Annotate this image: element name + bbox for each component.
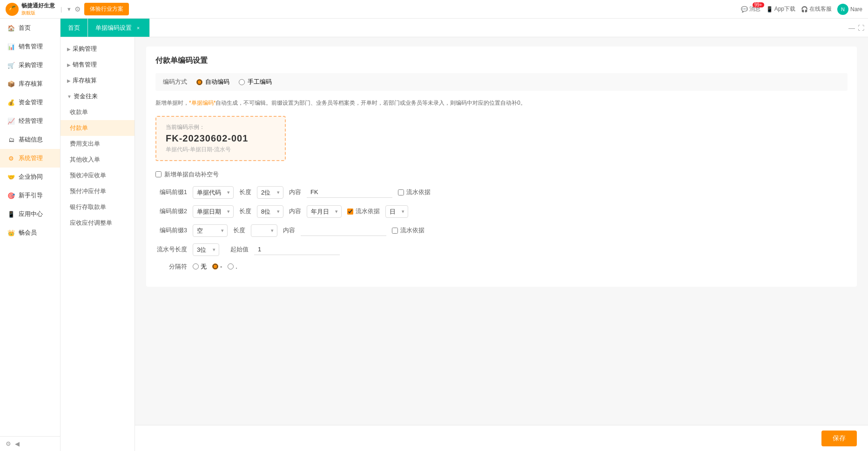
content1-input[interactable] — [307, 187, 392, 198]
sub-item-receipt[interactable]: 收款单 — [61, 104, 135, 120]
sub-item-bank[interactable]: 银行存取款单 — [61, 199, 135, 215]
sidebar-item-home[interactable]: 🏠 首页 — [0, 19, 60, 37]
message-area[interactable]: 💬 消息 99+ — [741, 5, 760, 13]
form-row-prefix3: 编码前缀3 空 部门 业务员 长度 — [155, 224, 848, 237]
sep-dot-radio[interactable]: . — [228, 263, 237, 270]
content-area: 首页 单据编码设置 × — ⛶ ▶ 采购管理 — [61, 19, 868, 451]
serial-len-select-input[interactable]: 3位 4位 5位 — [193, 243, 219, 256]
prefix1-select-input[interactable]: 单据代码 部门 业务员 — [193, 186, 234, 199]
sidebar-item-cooperation[interactable]: 🤝 企业协同 — [0, 168, 60, 186]
chevron-right-icon: ▶ — [67, 47, 71, 52]
inventory-icon: 📦 — [7, 80, 15, 88]
sidebar-item-basic[interactable]: 🗂 基础信息 — [0, 130, 60, 149]
serial3-checkbox[interactable]: 流水依据 — [392, 226, 424, 235]
length2-select-input[interactable]: 8位 4位 6位 — [257, 205, 283, 218]
sep-none-radio[interactable]: 无 — [193, 263, 207, 271]
sub-menu-inventory[interactable]: ▶ 库存核算 — [61, 73, 135, 88]
sub-menu-capital[interactable]: ▼ 资金往来 — [61, 88, 135, 104]
prefix3-label: 编码前缀3 — [155, 226, 187, 235]
save-button[interactable]: 保存 — [821, 431, 857, 446]
sub-group-inventory: ▶ 库存核算 — [61, 73, 135, 88]
tab-home[interactable]: 首页 — [61, 19, 88, 37]
collapse-icon[interactable]: ◀ — [15, 440, 20, 447]
logo-text: 畅捷通好生意 旗舰版 — [21, 2, 55, 16]
serial2-unit-select[interactable]: 日 月 年 — [385, 205, 408, 218]
sidebar-item-sales[interactable]: 📊 销售管理 — [0, 37, 60, 56]
prefix2-select[interactable]: 单据日期 部门 业务员 — [193, 205, 234, 218]
tab-code-settings-label: 单据编码设置 — [95, 24, 132, 32]
username: Nare — [850, 6, 862, 13]
length1-label: 长度 — [239, 188, 251, 196]
sub-menu-sales[interactable]: ▶ 销售管理 — [61, 57, 135, 73]
sub-item-other-income[interactable]: 其他收入单 — [61, 152, 135, 168]
serial-length-row: 流水号长度 3位 4位 5位 起始值 — [155, 243, 848, 256]
settings-gear-icon[interactable]: ⚙ — [6, 440, 11, 447]
manual-encode-radio[interactable]: 手工编码 — [239, 78, 272, 86]
auto-encode-radio[interactable]: 自动编码 — [196, 78, 229, 86]
length3-select[interactable]: 2位 4位 — [251, 224, 277, 237]
prefix1-select[interactable]: 单据代码 部门 业务员 — [193, 186, 234, 199]
page-title: 付款单编码设置 — [155, 56, 848, 66]
serial1-checkbox[interactable]: 流水依据 — [398, 188, 431, 196]
serial2-checkbox[interactable]: 流水依据 — [347, 207, 380, 215]
sub-item-expense[interactable]: 费用支出单 — [61, 136, 135, 152]
chevron-right-icon: ▶ — [67, 62, 71, 67]
sep-dash-radio[interactable]: - — [212, 263, 222, 270]
breadcrumb-arrow[interactable]: ▾ — [67, 6, 71, 13]
sub-item-prepay-recv[interactable]: 预收冲应收单 — [61, 168, 135, 183]
sidebar-item-inventory[interactable]: 📦 库存核算 — [0, 74, 60, 93]
content2-select[interactable]: 年月日 年月 年 — [307, 205, 342, 218]
prefix3-select-input[interactable]: 空 部门 业务员 — [193, 224, 228, 237]
tab-code-settings[interactable]: 单据编码设置 × — [88, 19, 150, 37]
sidebar-label-member: 畅会员 — [19, 229, 37, 237]
member-icon: 👑 — [7, 229, 15, 236]
sidebar-item-purchase[interactable]: 🛒 采购管理 — [0, 56, 60, 74]
sidebar-item-apps[interactable]: 📱 应用中心 — [0, 205, 60, 223]
auto-fill-checkbox[interactable] — [155, 171, 161, 177]
prefix2-select-input[interactable]: 单据日期 部门 业务员 — [193, 205, 234, 218]
serial1-checkbox-input[interactable] — [398, 189, 404, 195]
sep-options: 无 - . — [193, 263, 237, 271]
length3-select-input[interactable]: 2位 4位 — [251, 224, 277, 237]
start-val-input[interactable] — [254, 244, 340, 255]
apps-icon: 📱 — [7, 210, 15, 218]
serial3-checkbox-input[interactable] — [392, 228, 398, 234]
sub-menu-purchase[interactable]: ▶ 采购管理 — [61, 41, 135, 57]
encode-type-row: 编码方式 自动编码 手工编码 — [155, 73, 848, 91]
settings-icon[interactable]: ⚙ — [74, 5, 81, 13]
sidebar-item-finance[interactable]: 💰 资金管理 — [0, 93, 60, 112]
length3-label: 长度 — [233, 226, 245, 235]
sub-item-payment[interactable]: 付款单 — [61, 120, 135, 136]
prefix3-select[interactable]: 空 部门 业务员 — [193, 224, 228, 237]
sub-sidebar: ▶ 采购管理 ▶ 销售管理 ▶ 库存核算 — [61, 37, 135, 451]
sidebar-item-guide[interactable]: 🎯 新手引导 — [0, 186, 60, 205]
length1-select-input[interactable]: 2位 3位 4位 — [257, 186, 283, 199]
length1-select[interactable]: 2位 3位 4位 — [257, 186, 283, 199]
length2-select[interactable]: 8位 4位 6位 — [257, 205, 283, 218]
guide-icon: 🎯 — [7, 192, 15, 199]
sub-item-prepay-payable[interactable]: 预付冲应付单 — [61, 183, 135, 199]
sub-group-capital: ▼ 资金往来 收款单 付款单 费用支出单 其他收入单 预收冲应收单 预付冲应付单… — [61, 88, 135, 231]
sidebar-label-finance: 资金管理 — [19, 98, 43, 107]
sidebar-label-home: 首页 — [19, 24, 31, 32]
content2-select-input[interactable]: 年月日 年月 年 — [307, 205, 342, 218]
content3-input[interactable] — [301, 225, 386, 236]
online-service[interactable]: 🎧 在线客服 — [801, 5, 832, 13]
tab-close-icon[interactable]: × — [135, 24, 142, 32]
serial-len-select[interactable]: 3位 4位 5位 — [193, 243, 219, 256]
serial2-unit-select-input[interactable]: 日 月 年 — [385, 205, 408, 218]
cooperation-icon: 🤝 — [7, 173, 15, 181]
tab-minimize-icon[interactable]: — — [848, 24, 855, 32]
user-avatar[interactable]: N Nare — [837, 4, 862, 15]
preview-label: 当前编码示例： — [166, 123, 276, 131]
tab-maximize-icon[interactable]: ⛶ — [858, 24, 864, 32]
sidebar-item-member[interactable]: 👑 畅会员 — [0, 223, 60, 242]
tab-home-label: 首页 — [68, 24, 80, 32]
sidebar-label-system: 系统管理 — [19, 154, 43, 162]
serial2-checkbox-input[interactable] — [347, 209, 353, 215]
app-download[interactable]: 📱 App下载 — [766, 5, 795, 13]
sidebar-item-system[interactable]: ⚙ 系统管理 — [0, 149, 60, 168]
experience-button[interactable]: 体验行业方案 — [84, 3, 129, 15]
sub-item-adjustment[interactable]: 应收应付调整单 — [61, 215, 135, 231]
sidebar-item-operations[interactable]: 📈 经营管理 — [0, 112, 60, 130]
